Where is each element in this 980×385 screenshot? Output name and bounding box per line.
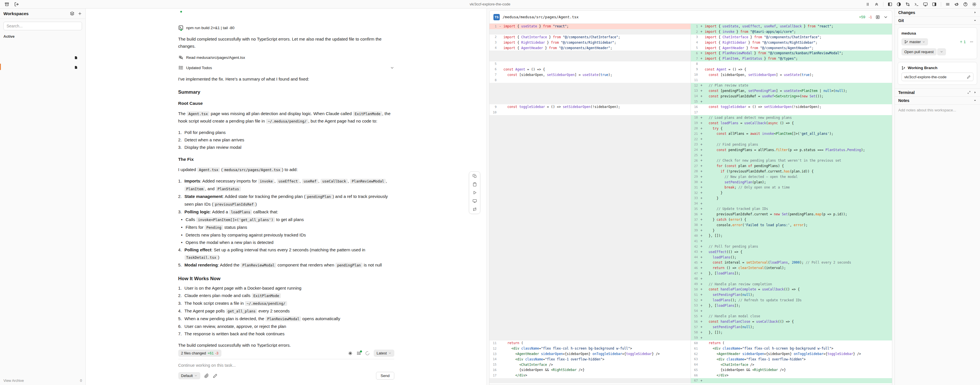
pen-icon[interactable]: [213, 374, 218, 378]
diff-row: 28+ if (!previousPlanIdsRef.current.has(…: [489, 169, 892, 174]
list-item: •Opens the modal when a new plan is dete…: [178, 239, 394, 246]
diff-new-cell: 41+: [691, 239, 892, 244]
help-icon[interactable]: [963, 2, 968, 6]
terminal-section-header[interactable]: Terminal: [895, 89, 980, 97]
diff-new-cell: 4import { RightSidebar } from "@/compone…: [691, 40, 892, 45]
ordered-list: 1.Imports: Added necessary imports for i…: [178, 177, 394, 216]
message-input[interactable]: [178, 363, 394, 368]
notes-placeholder[interactable]: Add notes about this workspace...: [895, 105, 980, 116]
files-changed-chip[interactable]: 2 files changed +61 -3: [178, 350, 221, 357]
spark-icon[interactable]: [348, 351, 353, 356]
diff-old-cell: [489, 239, 691, 244]
open-pull-request-button[interactable]: Open pull request: [901, 48, 937, 56]
diff-added-count: +59: [859, 15, 865, 19]
chat-heading: The Fix: [178, 157, 394, 162]
view-archive-link[interactable]: View Archive: [3, 379, 24, 383]
chevron-down-icon: [388, 352, 391, 355]
diff-new-cell: 44+ loadPlans();: [691, 255, 892, 260]
diff-row: 1-import { useState } from "react";1+imp…: [489, 24, 892, 29]
diff-old-cell: [489, 249, 691, 255]
menu-icon[interactable]: [945, 2, 950, 6]
notes-section-header[interactable]: Notes: [895, 97, 980, 105]
latest-label: Latest: [377, 351, 387, 355]
diff-old-cell: [489, 303, 691, 308]
diff-new-cell: 51+ setPendingPlan(null);: [691, 292, 892, 298]
expand-terminal-icon[interactable]: [967, 91, 970, 94]
sign-out-icon[interactable]: [14, 2, 19, 6]
pause-icon[interactable]: [865, 2, 870, 6]
git-section-header[interactable]: Git: [895, 17, 980, 25]
working-branch-input[interactable]: vk/3ccf-explore-the-code: [901, 73, 974, 81]
list-item: 5.When a new pending plan is detected, t…: [178, 315, 394, 323]
diff-new-cell: 8: [691, 61, 892, 67]
tool-call-row[interactable]: Updated Todos: [178, 65, 394, 70]
diff-old-cell: [489, 222, 691, 228]
workspace-item[interactable]: [0, 40, 86, 46]
pull-request-dropdown[interactable]: [937, 48, 946, 56]
diff-new-cell: 2+import { invoke } from "@tauri-apps/ap…: [691, 29, 892, 35]
diff-new-cell: 37+ } catch (error) {: [691, 217, 892, 223]
diff-old-cell: [489, 325, 691, 330]
collapse-diff-icon[interactable]: [883, 15, 888, 19]
todos-status-icon[interactable]: [356, 351, 361, 356]
workspaces-title: Workspaces: [3, 11, 29, 16]
diff-old-cell: [489, 329, 691, 335]
git-graph-icon[interactable]: [905, 2, 910, 6]
wrap-toggle-icon[interactable]: [875, 15, 880, 19]
chevron-down-icon[interactable]: [390, 66, 394, 70]
diff-rows: 1-import { useState } from "react";1+imp…: [489, 24, 892, 383]
layers-icon[interactable]: [70, 11, 74, 16]
diff-new-cell: 30+ setPendingPlan(plan);: [691, 179, 892, 185]
branch-selector[interactable]: master: [901, 38, 928, 45]
diff-old-cell: 4import { AgentHeader } from "@/componen…: [489, 45, 691, 51]
edit-branch-icon[interactable]: [967, 75, 970, 79]
diff-old-cell: [489, 313, 691, 319]
working-branch-card: Working Branch vk/3ccf-explore-the-code: [898, 62, 977, 85]
diff-old-cell: [489, 93, 691, 99]
list-item: 5.Modal rendering: Added the PlanReviewM…: [178, 261, 394, 269]
diff-row: 11 return (60 return (: [489, 340, 892, 346]
send-button[interactable]: Send: [376, 372, 394, 380]
compare-icon[interactable]: [473, 207, 477, 212]
monitor-icon[interactable]: [923, 2, 928, 6]
gear-icon[interactable]: [972, 2, 977, 6]
list-item: •Filters for Pending status plans: [178, 224, 394, 231]
tool-call-row[interactable]: Read medusa/src/pages/Agent.tsx: [178, 55, 394, 60]
workspace-item[interactable]: [0, 62, 86, 72]
workspace-search-input[interactable]: [3, 22, 82, 30]
diff-new-cell: 62 <AgentHeader sidebarOpen={sidebarOpen…: [691, 351, 892, 357]
terminal-icon[interactable]: [914, 2, 919, 6]
panel-left-icon[interactable]: [888, 2, 892, 6]
megaphone-icon[interactable]: [954, 2, 959, 6]
changes-section-header[interactable]: Changes: [895, 9, 980, 17]
diff-old-cell: 17 </div>: [489, 373, 691, 378]
tool-call-row[interactable]: npm run build 2>&1 | tail -80: [178, 25, 394, 30]
diff-row: 41+: [489, 239, 892, 244]
diff-old-cell: [489, 228, 691, 233]
workspace-item[interactable]: [0, 46, 86, 52]
monitor-icon[interactable]: [473, 199, 477, 203]
window-title: vk/3ccf-explore-the-code: [0, 2, 980, 6]
clipboard-icon[interactable]: [473, 182, 477, 186]
diff-row: 59+: [489, 335, 892, 340]
copy-icon[interactable]: [473, 174, 477, 178]
chat-paragraph: I updated Agent.tsx (medusa/src/pages/Ag…: [178, 166, 394, 173]
paperclip-icon[interactable]: [204, 374, 209, 378]
repo-more-menu-icon[interactable]: [970, 40, 974, 44]
play-icon[interactable]: [473, 191, 477, 195]
diff-new-cell: 45+ const interval = setInterval(loadPla…: [691, 260, 892, 265]
mode-dropdown[interactable]: Default: [178, 372, 200, 379]
plus-icon[interactable]: [78, 11, 82, 16]
panel-right-icon[interactable]: [932, 2, 937, 6]
diff-new-cell: 36+ previousPlanIdsRef.current = new Set…: [691, 212, 892, 217]
chat-half-icon[interactable]: [897, 2, 901, 6]
diff-row: 27+ for (const plan of pendingPlans) {: [489, 163, 892, 169]
chevrons-up-icon[interactable]: [874, 2, 879, 6]
diff-card: TS /medusa/medusa/src/pages/Agent.tsx +5…: [489, 10, 892, 385]
file-doc-icon: [74, 66, 78, 69]
latest-dropdown[interactable]: Latest: [374, 350, 394, 357]
workspace-item[interactable]: [0, 52, 86, 62]
diff-old-cell: [489, 281, 691, 287]
diff-new-cell: 47+ }, [loadPlans]);: [691, 271, 892, 276]
archive-icon[interactable]: [5, 2, 9, 6]
